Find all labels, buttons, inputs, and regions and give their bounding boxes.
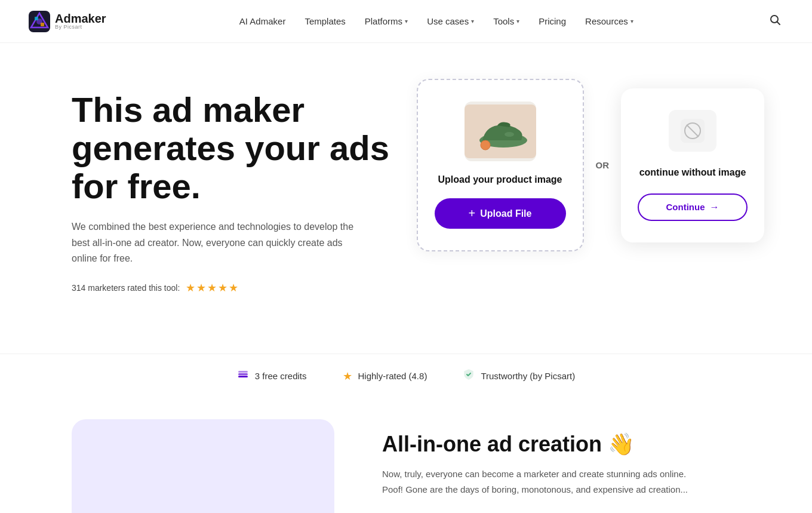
- or-divider: OR: [584, 160, 622, 170]
- chevron-down-icon: ▾: [516, 18, 519, 24]
- free-credits-label: 3 free credits: [255, 371, 307, 381]
- nav-item-templates[interactable]: Templates: [304, 16, 345, 26]
- feature-free-credits: 3 free credits: [237, 368, 307, 383]
- rating-label: 314 marketers rated this tool:: [72, 283, 180, 293]
- product-image-preview: [465, 102, 536, 161]
- nav-item-use-cases[interactable]: Use cases ▾: [427, 16, 474, 26]
- hero-left: This ad maker generates your ads for fre…: [72, 79, 393, 294]
- nav-link-ai-admaker[interactable]: AI Admaker: [239, 16, 286, 26]
- chevron-down-icon: ▾: [630, 18, 633, 24]
- hero-description: We combined the best experience and tech…: [72, 219, 358, 266]
- star-2: ★: [196, 281, 206, 294]
- logo-link[interactable]: Admaker By Picsart: [29, 11, 106, 32]
- nav-link-pricing[interactable]: Pricing: [539, 16, 566, 26]
- upload-card: Upload your product image + Upload File: [417, 79, 584, 251]
- logo-sub-text: By Picsart: [55, 24, 106, 30]
- stack-icon: [237, 368, 249, 383]
- nav-link-use-cases[interactable]: Use cases ▾: [427, 16, 474, 26]
- trustworthy-label: Trustworthy (by Picsart): [481, 371, 575, 381]
- lower-text: All-in-one ad creation 👋 Now, truly, eve…: [382, 419, 740, 497]
- svg-rect-3: [35, 17, 38, 20]
- nav-links: AI Admaker Templates Platforms ▾ Use cas…: [239, 16, 633, 26]
- lower-description: Now, truly, everyone can become a market…: [382, 466, 693, 497]
- nav-item-tools[interactable]: Tools ▾: [493, 16, 519, 26]
- hero-rating: 314 marketers rated this tool: ★ ★ ★ ★ ★: [72, 281, 393, 294]
- nav-right: [767, 11, 783, 31]
- star-1: ★: [186, 281, 195, 294]
- logo-text-area: Admaker By Picsart: [55, 13, 106, 30]
- upload-plus-icon: +: [469, 207, 476, 220]
- svg-point-9: [505, 132, 514, 137]
- navbar: Admaker By Picsart AI Admaker Templates …: [0, 0, 812, 43]
- features-row: 3 free credits ★ Highly-rated (4.8) Trus…: [0, 354, 812, 407]
- continue-card-title: continue without image: [639, 166, 746, 179]
- star-5: ★: [229, 281, 238, 294]
- star-icon: ★: [343, 370, 352, 383]
- no-image-svg: [681, 119, 705, 143]
- svg-rect-17: [238, 371, 248, 373]
- nav-link-templates[interactable]: Templates: [304, 16, 345, 26]
- svg-rect-15: [238, 376, 248, 377]
- logo-icon: [29, 11, 50, 32]
- continue-button[interactable]: Continue →: [638, 193, 748, 221]
- highly-rated-label: Highly-rated (4.8): [358, 371, 427, 381]
- lower-title: All-in-one ad creation 👋: [382, 431, 740, 457]
- svg-rect-16: [238, 373, 248, 375]
- star-3: ★: [207, 281, 217, 294]
- nav-link-platforms[interactable]: Platforms ▾: [365, 16, 408, 26]
- hero-section: This ad maker generates your ads for fre…: [0, 43, 812, 354]
- nav-item-platforms[interactable]: Platforms ▾: [365, 16, 408, 26]
- upload-file-button[interactable]: + Upload File: [435, 198, 566, 229]
- nav-item-resources[interactable]: Resources ▾: [585, 16, 633, 26]
- feature-trustworthy: Trustworthy (by Picsart): [463, 368, 575, 383]
- chevron-down-icon: ▾: [405, 18, 408, 24]
- lower-section: All-in-one ad creation 👋 Now, truly, eve…: [0, 407, 812, 513]
- star-rating: ★ ★ ★ ★ ★: [186, 281, 238, 294]
- logo-main-text: Admaker: [55, 13, 106, 24]
- star-4: ★: [218, 281, 227, 294]
- svg-rect-4: [41, 23, 44, 26]
- hero-title: This ad maker generates your ads for fre…: [72, 91, 393, 205]
- nav-link-resources[interactable]: Resources ▾: [585, 16, 633, 26]
- hero-right: Upload your product image + Upload File …: [417, 79, 765, 251]
- shoe-illustration: [465, 105, 536, 158]
- feature-highly-rated: ★ Highly-rated (4.8): [343, 370, 427, 383]
- svg-line-6: [777, 22, 780, 25]
- continue-card: continue without image Continue →: [621, 88, 764, 242]
- lower-card-visual: [72, 419, 334, 513]
- nav-item-pricing[interactable]: Pricing: [539, 16, 566, 26]
- search-button[interactable]: [767, 11, 783, 31]
- chevron-down-icon: ▾: [471, 18, 474, 24]
- search-icon: [769, 14, 781, 26]
- upload-card-title: Upload your product image: [438, 173, 562, 186]
- no-image-icon: [669, 110, 716, 152]
- nav-link-tools[interactable]: Tools ▾: [493, 16, 519, 26]
- arrow-right-icon: →: [710, 202, 719, 213]
- nav-item-ai-admaker[interactable]: AI Admaker: [239, 16, 286, 26]
- shield-icon: [463, 368, 475, 383]
